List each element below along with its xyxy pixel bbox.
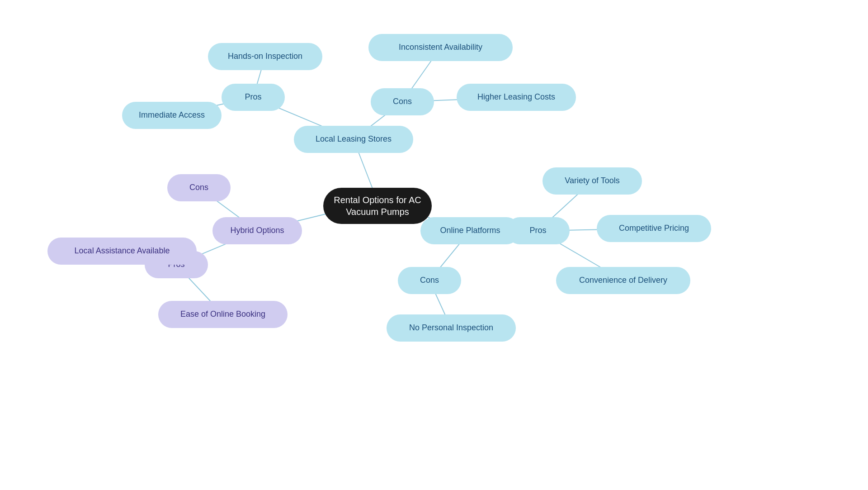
node-easeOfOnlineBooking: Ease of Online Booking	[158, 301, 288, 328]
node-onlinePlatforms: Online Platforms	[420, 217, 520, 244]
node-hybridCons: Cons	[167, 174, 231, 201]
node-immediateAccess: Immediate Access	[122, 102, 222, 129]
node-label-handsOnInspection: Hands-on Inspection	[228, 51, 302, 62]
node-noPersonalInspection: No Personal Inspection	[387, 314, 516, 342]
node-label-onlinePlatforms: Online Platforms	[440, 225, 500, 236]
node-label-varietyOfTools: Variety of Tools	[565, 176, 619, 186]
node-label-localPros: Pros	[245, 92, 261, 102]
node-center: Rental Options for AC Vacuum Pumps	[323, 188, 432, 224]
node-varietyOfTools: Variety of Tools	[542, 167, 642, 195]
node-label-hybridOptions: Hybrid Options	[230, 225, 284, 236]
node-onlineCons: Cons	[398, 267, 461, 294]
node-localAssistance: Local Assistance Available	[47, 238, 197, 265]
node-label-localCons: Cons	[393, 96, 412, 107]
node-label-onlinePros: Pros	[529, 225, 546, 236]
node-label-localLeasingStores: Local Leasing Stores	[316, 134, 392, 144]
node-label-localAssistance: Local Assistance Available	[75, 246, 170, 256]
node-label-higherLeasingCosts: Higher Leasing Costs	[477, 92, 555, 102]
node-label-hybridCons: Cons	[189, 182, 208, 193]
node-label-inconsistentAvailability: Inconsistent Availability	[399, 42, 482, 52]
node-competitivePricing: Competitive Pricing	[597, 215, 711, 242]
node-label-onlineCons: Cons	[420, 275, 439, 285]
node-label-center: Rental Options for AC Vacuum Pumps	[333, 194, 422, 218]
node-localLeasingStores: Local Leasing Stores	[294, 126, 413, 153]
node-label-easeOfOnlineBooking: Ease of Online Booking	[180, 309, 265, 319]
node-inconsistentAvailability: Inconsistent Availability	[368, 34, 513, 61]
node-higherLeasingCosts: Higher Leasing Costs	[457, 84, 576, 111]
node-label-convenienceOfDelivery: Convenience of Delivery	[579, 275, 667, 285]
node-handsOnInspection: Hands-on Inspection	[208, 43, 322, 70]
node-convenienceOfDelivery: Convenience of Delivery	[556, 267, 690, 294]
node-hybridOptions: Hybrid Options	[212, 217, 302, 244]
node-label-noPersonalInspection: No Personal Inspection	[409, 323, 493, 333]
node-label-competitivePricing: Competitive Pricing	[619, 223, 689, 233]
node-onlinePros: Pros	[506, 217, 570, 244]
node-label-immediateAccess: Immediate Access	[139, 110, 205, 120]
node-localPros: Pros	[222, 84, 285, 111]
node-localCons: Cons	[371, 88, 434, 115]
